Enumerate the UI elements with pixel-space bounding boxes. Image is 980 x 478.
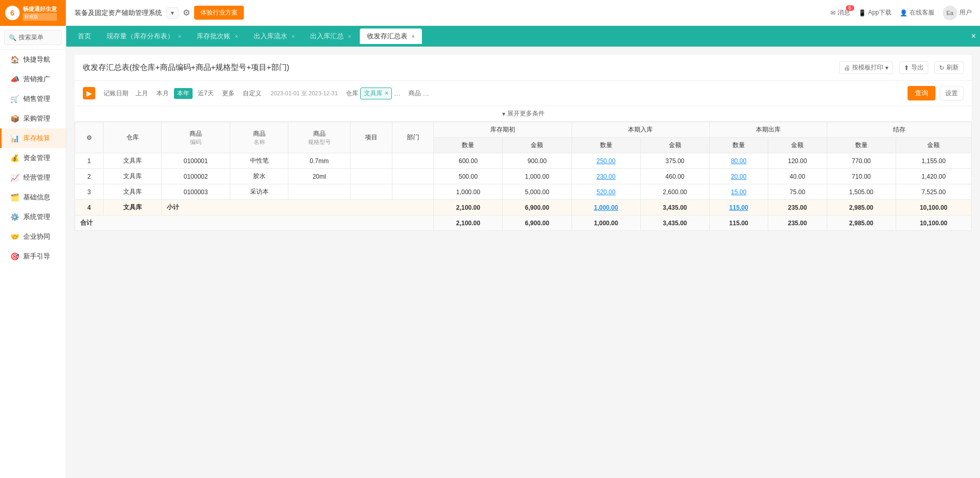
logo-icon: 6 xyxy=(5,6,20,20)
row-project xyxy=(350,153,392,169)
date-btn-this-month[interactable]: 本月 xyxy=(153,88,172,99)
sidebar-item-label: 资金管理 xyxy=(23,153,50,163)
tab-close-icon[interactable]: × xyxy=(291,33,295,39)
row-in-qty[interactable]: 230.00 xyxy=(572,169,640,184)
date-filter-group: 记账日期 上月 本月 本年 近7天 更多 自定义 2023-01-01 至 20… xyxy=(104,88,338,99)
message-button[interactable]: ✉ 消息 6 xyxy=(830,8,850,17)
sidebar-item-marketing[interactable]: 📣 营销推广 xyxy=(0,69,66,89)
subtotal-out-amt: 235.00 xyxy=(768,200,827,215)
settings-icon[interactable]: ⚙ xyxy=(183,8,190,18)
row-out-qty[interactable]: 20.00 xyxy=(709,169,768,184)
tab-close-icon[interactable]: × xyxy=(178,33,181,39)
sidebar-item-label: 采购管理 xyxy=(23,114,50,123)
sidebar-item-quick[interactable]: 🏠 快捷导航 xyxy=(0,50,66,69)
sidebar-item-basic[interactable]: 🗂️ 基础信息 xyxy=(0,187,66,207)
settings-button[interactable]: 设置 xyxy=(940,86,963,100)
finance-icon: 💰 xyxy=(10,154,19,162)
subtotal-label: 小计 xyxy=(162,200,434,215)
content-area: 收发存汇总表(按仓库+商品编码+商品+规格型号+项目+部门) 🖨 按模板打印 ▾… xyxy=(66,47,980,478)
system-selector[interactable]: ▾ xyxy=(166,7,179,19)
date-btn-7days[interactable]: 近7天 xyxy=(195,88,217,99)
tab-label: 收发存汇总表 xyxy=(367,32,407,41)
tab-home-label: 首页 xyxy=(78,32,91,41)
date-btn-prev-month[interactable]: 上月 xyxy=(133,88,151,99)
message-badge: 6 xyxy=(846,5,854,11)
col-settings-header[interactable]: ⚙ xyxy=(75,122,104,153)
date-btn-this-year[interactable]: 本年 xyxy=(174,88,193,99)
goods-more-button[interactable]: ... xyxy=(423,89,429,97)
date-btn-custom[interactable]: 自定义 xyxy=(240,88,265,99)
search-menu-button[interactable]: 🔍 搜索菜单 xyxy=(4,30,62,45)
inventory-icon: 📊 xyxy=(10,134,19,142)
user-area[interactable]: Ea 用户 xyxy=(943,6,972,20)
row-dept xyxy=(392,153,434,169)
expand-bar: ▾ 展开更多条件 xyxy=(75,106,972,122)
sidebar-item-purchase[interactable]: 📦 采购管理 xyxy=(0,109,66,128)
operation-icon: 📈 xyxy=(10,173,19,182)
row-warehouse: 文具库 xyxy=(104,169,162,184)
row-close-amt: 1,155.00 xyxy=(896,153,971,169)
sidebar-item-label: 系统管理 xyxy=(23,212,50,222)
tab-home[interactable]: 首页 xyxy=(70,28,98,44)
sidebar-item-label: 销售管理 xyxy=(23,94,50,104)
sidebar-item-system[interactable]: ⚙️ 系统管理 xyxy=(0,207,66,227)
trial-button[interactable]: 体验行业方案 xyxy=(194,6,244,20)
row-in-amt: 460.00 xyxy=(640,169,709,184)
sidebar-item-sales[interactable]: 🛒 销售管理 xyxy=(0,89,66,109)
expand-icon: ▾ xyxy=(502,110,505,118)
date-btn-more[interactable]: 更多 xyxy=(219,88,238,99)
marketing-icon: 📣 xyxy=(10,75,19,83)
tab-close-icon[interactable]: × xyxy=(235,33,238,39)
row-code: 0100002 xyxy=(162,169,230,184)
warehouse-more-button[interactable]: ... xyxy=(394,89,400,97)
export-button[interactable]: ⬆ 导出 xyxy=(899,61,928,74)
warehouse-remove-button[interactable]: × xyxy=(385,90,388,97)
subtotal-out-qty[interactable]: 115.00 xyxy=(709,200,768,215)
row-no: 3 xyxy=(75,184,104,200)
col-closing-amt: 金额 xyxy=(896,138,971,153)
tab-label: 库存批次账 xyxy=(197,32,230,41)
sidebar-item-label: 企业协同 xyxy=(23,232,50,241)
refresh-button[interactable]: ↻ 刷新 xyxy=(934,61,963,74)
row-open-amt: 900.00 xyxy=(503,153,572,169)
tab-inventory-dist[interactable]: 现存量（库存分布表） × xyxy=(99,28,188,44)
sidebar-item-guide[interactable]: 🎯 新手引导 xyxy=(0,247,66,266)
subtotal-close-amt: 10,100.00 xyxy=(896,200,971,215)
subtotal-in-qty[interactable]: 1,000.00 xyxy=(572,200,640,215)
sidebar-item-finance[interactable]: 💰 资金管理 xyxy=(0,148,66,168)
topbar-right: ✉ 消息 6 📱 App下载 👤 在线客服 Ea 用户 xyxy=(830,6,972,20)
basic-icon: 🗂️ xyxy=(10,193,19,201)
col-opening-amt: 金额 xyxy=(503,138,572,153)
app-download-button[interactable]: 📱 App下载 xyxy=(858,8,891,17)
page-actions: 🖨 按模板打印 ▾ ⬆ 导出 ↻ 刷新 xyxy=(839,61,963,74)
sidebar-item-label: 新手引导 xyxy=(23,252,50,261)
row-code: 0100003 xyxy=(162,184,230,200)
subtotal-no: 4 xyxy=(75,200,104,215)
sidebar-item-collab[interactable]: 🤝 企业协同 xyxy=(0,227,66,247)
query-button[interactable]: 查询 xyxy=(908,86,935,100)
settings-icon: ⚙ xyxy=(86,134,92,141)
row-in-qty[interactable]: 250.00 xyxy=(572,153,640,169)
online-service-button[interactable]: 👤 在线客服 xyxy=(900,8,934,17)
row-out-amt: 75.00 xyxy=(768,184,827,200)
data-table: ⚙ 仓库 商品 编码 商品 名称 商品 规格型号 xyxy=(75,122,972,231)
col-out-header: 本期出库 xyxy=(709,122,827,138)
subtotal-in-amt: 3,435.00 xyxy=(640,200,709,215)
expand-conditions-button[interactable]: ▾ 展开更多条件 xyxy=(502,109,545,118)
tab-close-icon[interactable]: × xyxy=(348,33,351,39)
print-button[interactable]: 🖨 按模板打印 ▾ xyxy=(839,61,893,74)
row-out-qty[interactable]: 80.00 xyxy=(709,153,768,169)
row-out-qty[interactable]: 15.00 xyxy=(709,184,768,200)
row-open-qty: 600.00 xyxy=(434,153,503,169)
row-in-qty[interactable]: 520.00 xyxy=(572,184,640,200)
close-all-tabs-button[interactable]: × xyxy=(971,32,976,41)
tab-receive-send[interactable]: 收发存汇总表 × xyxy=(360,28,422,44)
tab-flow[interactable]: 出入库流水 × xyxy=(246,28,302,44)
tab-summary[interactable]: 出入库汇总 × xyxy=(303,28,358,44)
tab-batch[interactable]: 库存批次账 × xyxy=(189,28,245,44)
filter-toggle-button[interactable]: ▶ xyxy=(83,87,95,99)
sidebar-item-operation[interactable]: 📈 经营管理 xyxy=(0,168,66,187)
refresh-icon: ↻ xyxy=(939,64,944,71)
tab-close-icon[interactable]: × xyxy=(412,33,415,39)
sidebar-item-inventory[interactable]: 📊 库存核算 xyxy=(0,128,66,148)
